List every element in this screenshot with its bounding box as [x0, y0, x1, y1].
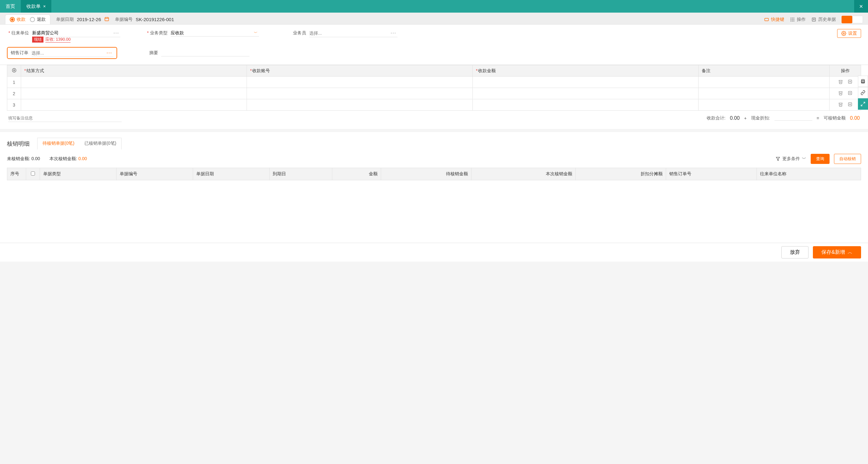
partner-label: 往来单位: [7, 30, 29, 36]
cell-settle[interactable]: [21, 88, 247, 99]
writeoff-head: 核销明细 待核销单据(0笔) 已核销单据(0笔): [7, 138, 861, 149]
discount-input[interactable]: [774, 116, 812, 121]
delete-row-icon[interactable]: [838, 90, 843, 96]
rail-print-icon[interactable]: [858, 76, 868, 87]
cell-op: [830, 77, 861, 88]
doc-no-field: 单据编号 SK-20191226-001: [115, 17, 174, 22]
col-amount: *收款金额: [472, 65, 698, 77]
delete-row-icon[interactable]: [838, 102, 843, 108]
top-tab-bar: 首页 收款单 × ×: [0, 0, 868, 12]
delete-row-icon[interactable]: [838, 79, 843, 85]
tab-home[interactable]: 首页: [0, 0, 21, 12]
row-index: 2: [7, 88, 21, 99]
sales-order-lookup-icon[interactable]: ···: [105, 50, 113, 56]
cell-amount[interactable]: [472, 77, 698, 88]
cell-remark[interactable]: [698, 99, 829, 111]
add-row-icon[interactable]: [847, 90, 852, 96]
calendar-icon[interactable]: [104, 17, 109, 22]
writeoff-amount-label: 可核销金额: [824, 115, 846, 121]
unwritten-value: 0.00: [31, 156, 40, 161]
biztype-label: 业务类型: [146, 30, 167, 36]
remark-input[interactable]: [8, 114, 122, 122]
receivable-badge: 应收: 1390.00: [45, 36, 70, 42]
save-new-button[interactable]: 保存&新增 ︿: [813, 246, 861, 259]
query-button[interactable]: 查询: [811, 154, 830, 164]
sales-order-label: 销售订单: [11, 50, 28, 56]
rail-link-icon[interactable]: [858, 87, 868, 98]
tab-receipt-label: 收款单: [27, 3, 41, 9]
salesman-lookup-icon[interactable]: ···: [389, 30, 398, 36]
writeoff-tabs: 待核销单据(0笔) 已核销单据(0笔): [37, 138, 122, 149]
view-grid-button[interactable]: [852, 16, 863, 23]
add-row-icon[interactable]: [847, 102, 852, 108]
discount-label: 现金折扣:: [751, 115, 770, 121]
rail-expand-icon[interactable]: [858, 98, 868, 110]
equals-sign: =: [817, 116, 819, 121]
window-close-button[interactable]: ×: [854, 0, 868, 12]
cell-op: [830, 88, 861, 99]
chevron-up-icon: ︿: [847, 249, 852, 256]
cell-amount[interactable]: [472, 99, 698, 111]
mode-receive-radio[interactable]: 收款: [10, 17, 26, 22]
totals-row: 收款合计: 0.00 + 现金折扣: = 可核销金额 0.00: [7, 111, 861, 126]
sales-order-field[interactable]: [31, 51, 105, 56]
svg-point-8: [791, 19, 791, 20]
cell-account[interactable]: [247, 99, 472, 111]
partner-input[interactable]: ···: [32, 29, 120, 37]
summary-input[interactable]: [161, 50, 249, 56]
chevron-down-icon[interactable]: ﹀: [253, 30, 259, 36]
doc-date-value[interactable]: 2019-12-26: [77, 17, 101, 22]
table-row[interactable]: 1: [7, 77, 861, 88]
table-row[interactable]: 3: [7, 99, 861, 111]
svg-point-25: [13, 70, 15, 71]
sales-order-input[interactable]: ···: [31, 49, 113, 57]
cell-settle[interactable]: [21, 99, 247, 111]
salesman-field[interactable]: [309, 31, 389, 36]
doc-no-label: 单据编号: [115, 17, 133, 22]
svg-line-40: [863, 102, 865, 104]
cell-settle[interactable]: [21, 77, 247, 88]
cell-account[interactable]: [247, 77, 472, 88]
tab-pending[interactable]: 待核销单据(0笔): [37, 138, 80, 149]
cell-remark[interactable]: [698, 77, 829, 88]
biztype-input[interactable]: ﹀: [171, 30, 259, 36]
col-settle-method: *结算方式: [21, 65, 247, 77]
operations-button[interactable]: 操作: [790, 17, 806, 22]
tab-receipt[interactable]: 收款单 ×: [21, 0, 51, 12]
total-label: 收款合计:: [707, 115, 726, 121]
writeoff-amount-value: 0.00: [850, 115, 860, 121]
shortcut-button[interactable]: 快捷键: [764, 17, 784, 22]
mode-refund-radio[interactable]: 退款: [30, 17, 46, 22]
biztype-field[interactable]: [171, 31, 253, 36]
summary-field[interactable]: [161, 51, 249, 56]
col-remark: 备注: [698, 65, 829, 77]
auto-writeoff-button[interactable]: 自动核销: [834, 154, 861, 164]
tab-close-icon[interactable]: ×: [43, 4, 46, 9]
chevron-down-icon: ﹀: [802, 156, 806, 162]
history-button[interactable]: 历史单据: [811, 17, 836, 22]
settings-button[interactable]: 设置: [837, 29, 861, 38]
writeoff-grid: 序号 单据类型 单据编号 单据日期 到期日 金额 待核销金额 本次核销金额 折扣…: [7, 168, 861, 180]
col-gear[interactable]: [7, 65, 21, 77]
more-cond-label: 更多条件: [782, 156, 800, 162]
select-all-checkbox[interactable]: [31, 172, 35, 176]
discard-button[interactable]: 放弃: [781, 246, 808, 259]
partner-lookup-icon[interactable]: ···: [112, 30, 120, 36]
cell-amount[interactable]: [472, 88, 698, 99]
salesman-input[interactable]: ···: [309, 29, 398, 37]
svg-point-9: [792, 19, 793, 20]
view-list-button[interactable]: [841, 16, 852, 23]
more-conditions-button[interactable]: 更多条件 ﹀: [775, 156, 806, 162]
add-row-icon[interactable]: [847, 79, 852, 85]
wcol-pending: 待核销金额: [381, 168, 471, 180]
row-index: 1: [7, 77, 21, 88]
operations-label: 操作: [797, 17, 806, 22]
tab-done[interactable]: 已核销单据(0笔): [80, 138, 121, 149]
partner-field[interactable]: [32, 31, 112, 36]
cell-account[interactable]: [247, 88, 472, 99]
history-label: 历史单据: [818, 17, 836, 22]
cell-remark[interactable]: [698, 88, 829, 99]
partner-badges: 现结 应收: 1390.00: [32, 36, 861, 42]
mode-refund-label: 退款: [37, 17, 46, 22]
table-row[interactable]: 2: [7, 88, 861, 99]
